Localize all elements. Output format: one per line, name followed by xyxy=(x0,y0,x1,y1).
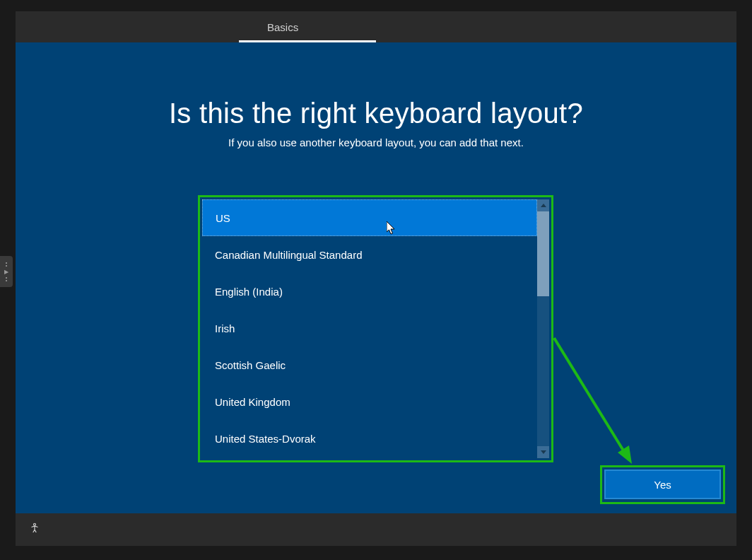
list-items-container: US Canadian Multilingual Standard Englis… xyxy=(202,199,537,458)
keyboard-layout-item[interactable]: United Kingdom xyxy=(202,383,537,420)
svg-line-0 xyxy=(554,338,625,454)
window-frame: Basics Is this the right keyboard layout… xyxy=(16,11,736,546)
keyboard-layout-item[interactable]: Scottish Gaelic xyxy=(202,346,537,383)
scroll-up-button[interactable] xyxy=(537,199,549,211)
keyboard-layout-item[interactable]: English (India) xyxy=(202,273,537,310)
page-heading: Is this the right keyboard layout? xyxy=(16,42,736,129)
keyboard-layout-item[interactable]: Irish xyxy=(202,310,537,346)
setup-content: Is this the right keyboard layout? If yo… xyxy=(16,42,736,513)
tab-basics[interactable]: Basics xyxy=(239,13,327,42)
keyboard-layout-item[interactable]: United States-Dvorak xyxy=(202,420,537,457)
scroll-down-button[interactable] xyxy=(537,446,549,458)
yes-button[interactable]: Yes xyxy=(604,469,721,499)
svg-point-2 xyxy=(34,523,36,525)
list-scrollbar[interactable] xyxy=(537,199,549,458)
accessibility-icon[interactable] xyxy=(28,522,41,537)
side-panel-toggle[interactable]: ▶ xyxy=(0,256,13,287)
svg-marker-1 xyxy=(618,445,632,464)
bottom-toolbar xyxy=(16,513,736,546)
scroll-thumb[interactable] xyxy=(537,211,549,296)
annotation-arrow xyxy=(551,335,643,471)
tab-bar: Basics xyxy=(16,11,736,42)
page-subheading: If you also use another keyboard layout,… xyxy=(16,136,736,148)
keyboard-layout-item[interactable]: US xyxy=(202,199,537,236)
keyboard-layout-list: US Canadian Multilingual Standard Englis… xyxy=(202,199,549,458)
keyboard-layout-item[interactable]: Canadian Multilingual Standard xyxy=(202,236,537,273)
